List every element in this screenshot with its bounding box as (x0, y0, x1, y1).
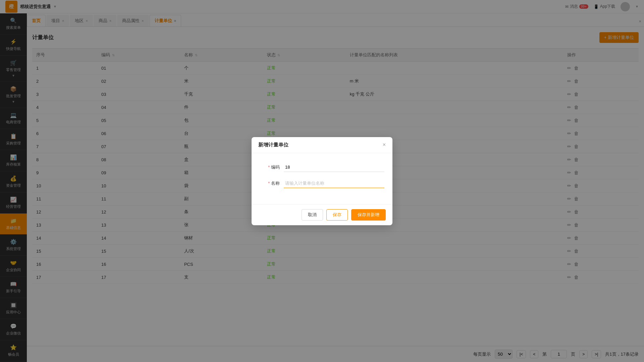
modal-footer: 取消 保存 保存并新增 (252, 204, 392, 225)
name-input[interactable] (284, 179, 384, 188)
name-form-row: 名称 (260, 179, 384, 188)
save-button[interactable]: 保存 (326, 209, 348, 221)
code-form-row: 编码 (260, 163, 384, 172)
modal-overlay: 新增计量单位 × 编码 名称 取消 保存 保存并新增 (0, 0, 644, 362)
add-unit-modal: 新增计量单位 × 编码 名称 取消 保存 保存并新增 (252, 137, 392, 225)
modal-title: 新增计量单位 (258, 142, 288, 148)
cancel-button[interactable]: 取消 (302, 209, 323, 221)
code-label: 编码 (260, 164, 280, 170)
modal-close-button[interactable]: × (383, 142, 386, 148)
modal-header: 新增计量单位 × (252, 137, 392, 153)
code-input[interactable] (284, 163, 384, 172)
save-new-button[interactable]: 保存并新增 (351, 209, 386, 221)
modal-body: 编码 名称 (252, 153, 392, 204)
name-label: 名称 (260, 180, 280, 186)
